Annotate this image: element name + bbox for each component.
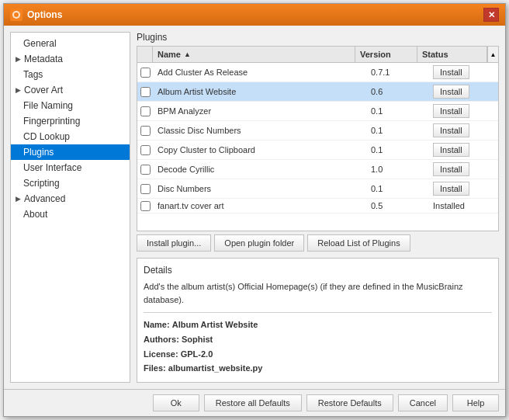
row-checkbox-5[interactable] bbox=[137, 160, 153, 179]
row-checkbox-0[interactable] bbox=[137, 63, 153, 82]
row-checkbox-2[interactable] bbox=[137, 102, 153, 120]
sidebar-item-metadata[interactable]: ▶ Metadata bbox=[11, 51, 130, 67]
row-checkbox-7[interactable] bbox=[137, 199, 153, 213]
table-row[interactable]: fanart.tv cover art 0.5 Installed bbox=[137, 199, 498, 213]
cancel-button[interactable]: Cancel bbox=[398, 394, 448, 411]
details-divider bbox=[144, 312, 492, 313]
table-row[interactable]: Disc Numbers 0.1 Install bbox=[137, 179, 498, 199]
sidebar-item-general[interactable]: General bbox=[11, 36, 130, 51]
meta-license-value: GPL-2.0 bbox=[181, 349, 213, 359]
table-body[interactable]: Add Cluster As Release 0.7.1 Install Alb bbox=[137, 63, 498, 231]
meta-name-row: Name: Album Artist Website bbox=[144, 318, 492, 332]
name-sort-arrow: ▲ bbox=[184, 50, 191, 58]
svg-point-1 bbox=[14, 12, 19, 17]
row-name-6: Disc Numbers bbox=[153, 179, 366, 198]
reload-list-button[interactable]: Reload List of Plugins bbox=[307, 234, 410, 252]
checkbox-0[interactable] bbox=[140, 68, 151, 78]
sidebar-item-about[interactable]: About bbox=[11, 207, 130, 222]
plugins-table: Name ▲ Version Status ▲ bbox=[137, 46, 499, 231]
sidebar-item-fingerprinting[interactable]: Fingerprinting bbox=[11, 113, 130, 129]
ok-button[interactable]: Ok bbox=[153, 394, 199, 411]
install-btn-5[interactable]: Install bbox=[433, 162, 469, 176]
app-icon bbox=[10, 9, 23, 21]
table-header: Name ▲ Version Status ▲ bbox=[137, 47, 498, 63]
details-description: Add's the album artist(s) Official Homep… bbox=[144, 280, 492, 306]
checkbox-2[interactable] bbox=[140, 106, 151, 116]
row-checkbox-3[interactable] bbox=[137, 121, 153, 140]
row-status-4[interactable]: Install bbox=[428, 141, 498, 159]
row-status-5[interactable]: Install bbox=[428, 160, 498, 179]
restore-defaults-button[interactable]: Restore Defaults bbox=[306, 394, 393, 411]
sidebar: General ▶ Metadata Tags ▶ Cover Art File… bbox=[10, 32, 130, 383]
row-status-0[interactable]: Install bbox=[428, 63, 498, 82]
sidebar-item-file-naming[interactable]: File Naming bbox=[11, 98, 130, 113]
meta-authors-row: Authors: Sophist bbox=[144, 332, 492, 347]
metadata-arrow: ▶ bbox=[16, 55, 21, 63]
help-button[interactable]: Help bbox=[452, 394, 499, 411]
plugins-section: Plugins Name ▲ Version Status bbox=[137, 32, 499, 252]
row-name-3: Classic Disc Numbers bbox=[153, 121, 366, 140]
details-meta: Name: Album Artist Website Authors: Soph… bbox=[144, 318, 492, 376]
checkbox-3[interactable] bbox=[140, 126, 151, 136]
row-checkbox-1[interactable] bbox=[137, 82, 153, 101]
advanced-label: Advanced bbox=[24, 193, 65, 204]
checkbox-6[interactable] bbox=[140, 184, 151, 194]
install-btn-1[interactable]: Install bbox=[433, 85, 469, 99]
row-status-6[interactable]: Install bbox=[428, 179, 498, 198]
sidebar-item-cd-lookup[interactable]: CD Lookup bbox=[11, 129, 130, 144]
row-checkbox-6[interactable] bbox=[137, 179, 153, 198]
install-btn-2[interactable]: Install bbox=[433, 104, 469, 118]
open-folder-button[interactable]: Open plugin folder bbox=[214, 234, 304, 252]
meta-files-row: Files: albumartist_website.py bbox=[144, 361, 492, 376]
row-status-7: Installed bbox=[428, 199, 498, 213]
row-version-0: 0.7.1 bbox=[366, 63, 428, 82]
install-btn-6[interactable]: Install bbox=[433, 182, 469, 196]
row-version-4: 0.1 bbox=[366, 141, 428, 159]
meta-name-value: Album Artist Website bbox=[172, 320, 258, 329]
meta-authors-label: Authors: bbox=[144, 335, 179, 344]
dialog-content: General ▶ Metadata Tags ▶ Cover Art File… bbox=[4, 26, 505, 389]
install-btn-0[interactable]: Install bbox=[433, 65, 469, 79]
row-status-3[interactable]: Install bbox=[428, 121, 498, 140]
cover-art-label: Cover Art bbox=[24, 85, 63, 95]
restore-all-defaults-button[interactable]: Restore all Defaults bbox=[204, 394, 302, 411]
sidebar-item-plugins[interactable]: Plugins bbox=[11, 144, 130, 160]
sidebar-item-advanced[interactable]: ▶ Advanced bbox=[11, 191, 130, 207]
sidebar-item-user-interface[interactable]: User Interface bbox=[11, 160, 130, 175]
cover-art-arrow: ▶ bbox=[16, 86, 21, 94]
sidebar-item-tags[interactable]: Tags bbox=[11, 67, 130, 82]
name-header[interactable]: Name ▲ bbox=[153, 47, 355, 62]
install-plugin-button[interactable]: Install plugin... bbox=[137, 234, 211, 252]
row-checkbox-4[interactable] bbox=[137, 141, 153, 159]
table-row[interactable]: Decode Cyrillic 1.0 Install bbox=[137, 160, 498, 179]
checkbox-7[interactable] bbox=[140, 201, 151, 211]
table-row[interactable]: Add Cluster As Release 0.7.1 Install bbox=[137, 63, 498, 82]
table-row[interactable]: Album Artist Website 0.6 Install bbox=[137, 82, 498, 102]
row-status-1[interactable]: Install bbox=[428, 82, 498, 101]
table-row[interactable]: BPM Analyzer 0.1 Install bbox=[137, 102, 498, 121]
row-version-5: 1.0 bbox=[366, 160, 428, 179]
file-naming-label: File Naming bbox=[23, 100, 73, 111]
row-status-2[interactable]: Install bbox=[428, 102, 498, 120]
install-btn-4[interactable]: Install bbox=[433, 143, 469, 157]
meta-files-label: Files: bbox=[144, 363, 166, 373]
row-name-5: Decode Cyrillic bbox=[153, 160, 366, 179]
install-btn-3[interactable]: Install bbox=[433, 123, 469, 137]
cd-lookup-label: CD Lookup bbox=[23, 131, 70, 142]
checkbox-5[interactable] bbox=[140, 165, 151, 175]
version-header: Version bbox=[355, 47, 417, 62]
sidebar-item-cover-art[interactable]: ▶ Cover Art bbox=[11, 82, 130, 98]
sidebar-item-scripting[interactable]: Scripting bbox=[11, 175, 130, 191]
meta-license-row: License: GPL-2.0 bbox=[144, 347, 492, 362]
checkbox-1[interactable] bbox=[140, 87, 151, 97]
advanced-arrow: ▶ bbox=[16, 195, 21, 203]
table-row[interactable]: Copy Cluster to Clipboard 0.1 Install bbox=[137, 141, 498, 160]
table-row[interactable]: Classic Disc Numbers 0.1 Install bbox=[137, 121, 498, 141]
details-section: Details Add's the album artist(s) Offici… bbox=[137, 258, 499, 383]
checkbox-4[interactable] bbox=[140, 145, 151, 155]
close-button[interactable]: ✕ bbox=[483, 8, 499, 22]
options-dialog: Options ✕ General ▶ Metadata Tags ▶ Cove… bbox=[3, 3, 506, 417]
row-name-2: BPM Analyzer bbox=[153, 102, 366, 120]
dialog-title: Options bbox=[27, 9, 483, 20]
about-label: About bbox=[23, 209, 47, 220]
